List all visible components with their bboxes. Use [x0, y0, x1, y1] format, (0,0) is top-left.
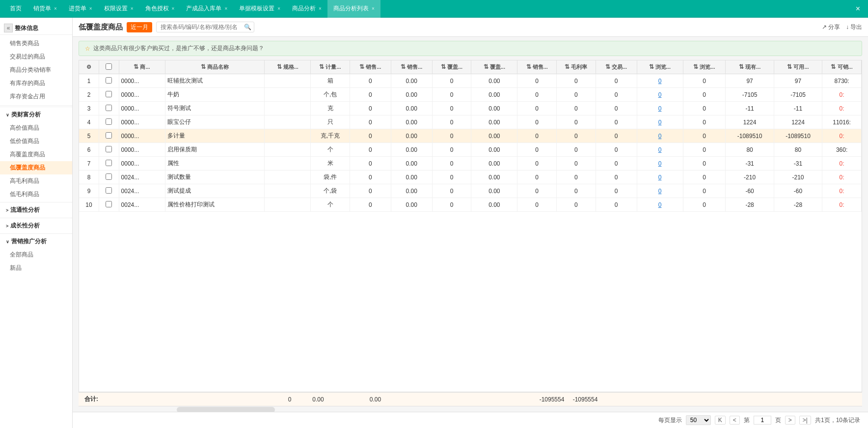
- page-number-input[interactable]: [754, 416, 771, 425]
- sidebar-item-high-value[interactable]: 高价值商品: [0, 121, 72, 135]
- row-checkbox[interactable]: [99, 115, 119, 129]
- column-margin[interactable]: ⇅ 毛利率: [556, 60, 596, 74]
- row-select-checkbox[interactable]: [106, 146, 112, 152]
- row-browse1[interactable]: 0: [637, 157, 683, 171]
- row-browse1[interactable]: 0: [637, 115, 683, 129]
- column-cover1[interactable]: ⇅ 覆盖...: [432, 60, 471, 74]
- close-template-tab[interactable]: ×: [277, 6, 280, 11]
- sidebar-item-sales-goods[interactable]: 销售类商品: [0, 37, 72, 50]
- column-sellable[interactable]: ⇅ 可销...: [822, 60, 862, 74]
- sidebar-section-liquidity[interactable]: > 流通性分析: [0, 203, 72, 217]
- column-browse2[interactable]: ⇅ 浏览...: [683, 60, 726, 74]
- close-roles-tab[interactable]: ×: [172, 6, 175, 11]
- row-browse1[interactable]: 0: [637, 198, 683, 212]
- close-analysis-tab[interactable]: ×: [319, 6, 322, 11]
- row-select-checkbox[interactable]: [106, 201, 112, 207]
- first-page-button[interactable]: K: [715, 416, 726, 425]
- sidebar-item-low-margin[interactable]: 低毛利商品: [0, 188, 72, 201]
- prev-page-button[interactable]: <: [730, 416, 740, 425]
- sidebar-section-wealth[interactable]: ∨ 类财富分析: [0, 108, 72, 121]
- sidebar-section-marketing[interactable]: ∨ 营销推广分析: [0, 235, 72, 248]
- column-cover2[interactable]: ⇅ 覆盖...: [471, 60, 517, 74]
- sidebar-item-traded-goods[interactable]: 交易过的商品: [0, 50, 72, 63]
- row-select-checkbox[interactable]: [106, 173, 112, 180]
- nav-tab-analysis-list[interactable]: 商品分析列表 ×: [327, 0, 380, 18]
- column-checkbox[interactable]: [99, 60, 119, 74]
- column-sale1[interactable]: ⇅ 销售...: [350, 60, 391, 74]
- row-browse1[interactable]: 0: [637, 129, 683, 143]
- share-button[interactable]: ↗ 分享: [822, 23, 840, 31]
- column-unit[interactable]: ⇅ 计量...: [311, 60, 350, 74]
- row-select-checkbox[interactable]: [106, 132, 112, 139]
- export-button[interactable]: ↓ 导出: [846, 23, 862, 31]
- row-browse1[interactable]: 0: [637, 102, 683, 115]
- column-trade[interactable]: ⇅ 交易...: [596, 60, 637, 74]
- row-checkbox[interactable]: [99, 198, 119, 212]
- row-select-checkbox[interactable]: [106, 160, 112, 166]
- select-all-checkbox[interactable]: [106, 63, 112, 70]
- nav-tab-permissions[interactable]: 权限设置 ×: [98, 0, 139, 18]
- nav-tab-home[interactable]: 首页: [4, 0, 27, 18]
- sidebar-item-low-coverage[interactable]: 低覆盖度商品: [0, 161, 72, 174]
- close-inventory-tab[interactable]: ×: [224, 6, 227, 11]
- column-current[interactable]: ⇅ 现有...: [726, 60, 774, 74]
- nav-tab-template[interactable]: 单据模板设置 ×: [233, 0, 286, 18]
- row-select-checkbox[interactable]: [106, 118, 112, 125]
- horizontal-scrollbar[interactable]: [79, 406, 862, 412]
- column-code[interactable]: ⇅ 商...: [119, 60, 165, 74]
- row-select-checkbox[interactable]: [106, 105, 112, 111]
- row-checkbox[interactable]: [99, 143, 119, 157]
- close-purchase-tab[interactable]: ×: [89, 6, 92, 11]
- row-select-checkbox[interactable]: [106, 187, 112, 194]
- column-settings[interactable]: ⚙: [79, 60, 99, 74]
- nav-tab-sales[interactable]: 销货单 ×: [27, 0, 63, 18]
- page-size-select[interactable]: 50 20 100: [686, 415, 711, 425]
- sidebar-item-in-stock[interactable]: 有库存的商品: [0, 77, 72, 90]
- row-browse1[interactable]: 0: [637, 74, 683, 88]
- close-sales-tab[interactable]: ×: [54, 6, 57, 11]
- column-sale2[interactable]: ⇅ 销售...: [391, 60, 432, 74]
- row-select-checkbox[interactable]: [106, 77, 112, 84]
- column-name[interactable]: ⇅ 商品名称: [165, 60, 265, 74]
- row-select-checkbox[interactable]: [106, 91, 112, 97]
- table-row: 10 0024... 属性价格打印测试 个 0 0.00 0 0.00 0 0 …: [79, 198, 862, 212]
- row-checkbox[interactable]: [99, 129, 119, 143]
- column-avail[interactable]: ⇅ 可用...: [774, 60, 822, 74]
- sidebar-collapse-button[interactable]: «: [4, 24, 13, 32]
- close-analysis-list-tab[interactable]: ×: [372, 6, 375, 11]
- column-browse1[interactable]: ⇅ 浏览...: [637, 60, 683, 74]
- row-checkbox[interactable]: [99, 102, 119, 115]
- sidebar-item-low-value[interactable]: 低价值商品: [0, 135, 72, 148]
- last-page-button[interactable]: >|: [799, 416, 811, 425]
- nav-tab-inventory[interactable]: 产成品入库单 ×: [180, 0, 233, 18]
- sidebar-item-high-margin[interactable]: 高毛利商品: [0, 174, 72, 188]
- row-browse1[interactable]: 0: [637, 184, 683, 198]
- time-filter-button[interactable]: 近一月: [127, 22, 152, 32]
- row-checkbox[interactable]: [99, 74, 119, 88]
- close-permissions-tab[interactable]: ×: [131, 6, 134, 11]
- sidebar-item-stock-capital[interactable]: 库存资金占用: [0, 90, 72, 103]
- row-checkbox[interactable]: [99, 171, 119, 184]
- row-browse1[interactable]: 0: [637, 171, 683, 184]
- window-close-button[interactable]: ×: [852, 4, 864, 13]
- sidebar-item-category-rate[interactable]: 商品分类动销率: [0, 63, 72, 77]
- row-checkbox[interactable]: [99, 157, 119, 171]
- sidebar-item-all-goods[interactable]: 全部商品: [0, 248, 72, 261]
- search-input[interactable]: [156, 22, 254, 32]
- sidebar-item-new-goods[interactable]: 新品: [0, 261, 72, 275]
- row-browse1[interactable]: 0: [637, 88, 683, 102]
- data-table-container[interactable]: ⚙ ⇅ 商... ⇅ 商品名称 ⇅ 规格...: [79, 60, 862, 392]
- row-checkbox[interactable]: [99, 184, 119, 198]
- search-icon[interactable]: 🔍: [244, 24, 251, 30]
- nav-tab-roles[interactable]: 角色授权 ×: [139, 0, 181, 18]
- sidebar-item-high-coverage[interactable]: 高覆盖度商品: [0, 148, 72, 161]
- row-browse1[interactable]: 0: [637, 143, 683, 157]
- column-sale3[interactable]: ⇅ 销售...: [517, 60, 557, 74]
- nav-tab-analysis[interactable]: 商品分析 ×: [286, 0, 327, 18]
- top-navigation: 首页 销货单 × 进货单 × 权限设置 × 角色授权 × 产成品入库单 × 单据…: [0, 0, 868, 18]
- column-spec[interactable]: ⇅ 规格...: [265, 60, 311, 74]
- sidebar-section-growth[interactable]: > 成长性分析: [0, 219, 72, 232]
- row-checkbox[interactable]: [99, 88, 119, 102]
- nav-tab-purchase[interactable]: 进货单 ×: [63, 0, 98, 18]
- next-page-button[interactable]: >: [785, 416, 795, 425]
